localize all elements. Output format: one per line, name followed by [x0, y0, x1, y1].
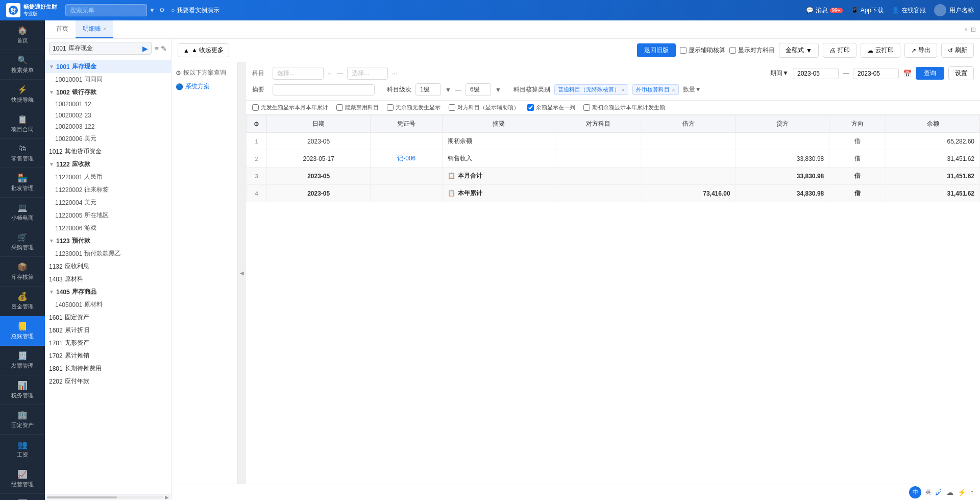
period-to-input[interactable] [853, 68, 899, 79]
message-action[interactable]: 💬 消息 99+ [806, 6, 843, 15]
tree-node-1701[interactable]: 1701 无形资产 [45, 337, 171, 349]
tree-node-11220001[interactable]: 11220001 人民币 [45, 171, 171, 183]
sidebar-item-payroll[interactable]: 👥 工资 [0, 435, 45, 464]
tree-node-1002[interactable]: ▼ 1002 银行存款 [45, 86, 171, 99]
tab-expand-icon[interactable]: ⊡ [971, 26, 976, 33]
query-panel-collapse[interactable]: ◀ [238, 62, 246, 484]
tree-node-10010001[interactable]: 10010001 同同同 [45, 73, 171, 86]
tree-node-11220005[interactable]: 11220005 所在地区 [45, 209, 171, 222]
tree-node-10020003[interactable]: 10020003 122 [45, 121, 171, 132]
tree-tool-list-icon[interactable]: ≡ [155, 44, 159, 53]
tree-node-1801[interactable]: 1801 长期待摊费用 [45, 362, 171, 375]
period-calendar-icon[interactable]: 📅 [903, 69, 912, 78]
tree-node-10020002[interactable]: 10020002 23 [45, 110, 171, 121]
chk-show-opposite-input[interactable] [449, 104, 455, 111]
tree-node-1601[interactable]: 1601 固定资产 [45, 311, 171, 324]
tree-node-14050001[interactable]: 14050001 原材料 [45, 298, 171, 311]
chk-hide-disabled-input[interactable] [336, 104, 343, 111]
sidebar-item-inventory[interactable]: 📦 库存核算 [0, 257, 45, 287]
scroll-arrow-right[interactable]: ▶ [165, 494, 169, 500]
user-profile[interactable]: 用户名称 [934, 4, 974, 16]
summary-input[interactable] [273, 84, 375, 96]
filter-tag-foreign-close[interactable]: × [672, 87, 675, 93]
tree-tool-edit-icon[interactable]: ✎ [161, 44, 167, 53]
subject-to-input[interactable]: 选择... [347, 67, 388, 80]
sidebar-item-search-menu[interactable]: 🔍 搜索菜单 [0, 50, 45, 80]
cloud-sync-icon[interactable]: ☁ [946, 488, 953, 496]
upload-icon[interactable]: ↑ [970, 488, 974, 496]
query-btn[interactable]: 查询 [916, 67, 944, 80]
lang-cn-btn[interactable]: 中 [909, 486, 921, 498]
sidebar-item-retail[interactable]: 🛍 零售管理 [0, 139, 45, 168]
tree-node-1702[interactable]: 1702 累计摊销 [45, 349, 171, 362]
subject-input[interactable]: 选择... [273, 67, 324, 80]
tree-node-11220004[interactable]: 11220004 美元 [45, 196, 171, 209]
checkbox-aux-calc-input[interactable] [680, 47, 687, 54]
top-search-input[interactable] [65, 4, 147, 16]
lang-en-btn[interactable]: 英 [925, 488, 931, 496]
tab-home[interactable]: 首页 [49, 20, 76, 38]
tree-node-1405[interactable]: ▼ 1405 库存商品 [45, 285, 171, 298]
filter-tag-normal-close[interactable]: × [622, 87, 625, 93]
tree-node-1123[interactable]: ▼ 1123 预付款 [45, 234, 171, 247]
tree-node-1122[interactable]: ▼ 1122 应收款 [45, 158, 171, 171]
tab-detail-close[interactable]: × [103, 26, 106, 32]
sidebar-item-wholesale[interactable]: 🏪 批发管理 [0, 168, 45, 198]
sidebar-item-fixed-assets[interactable]: 🏢 固定资产 [0, 405, 45, 435]
expand-more-btn[interactable]: ▲ ▲ 收起更多 [178, 43, 229, 57]
system-plan-item[interactable]: 🔵 系统方案 [172, 79, 237, 94]
demo-link[interactable]: ○ 我要看实例演示 [171, 6, 219, 15]
scrollbar-track[interactable] [47, 496, 164, 498]
chk-show-begin-input[interactable] [583, 104, 590, 111]
cloud-print-btn[interactable]: ☁ 云打印 [861, 43, 900, 58]
amount-format-btn[interactable]: 金额式 ▼ [779, 43, 819, 58]
tab-close-all-icon[interactable]: × [964, 26, 968, 33]
tab-detail[interactable]: 明细账 × [76, 20, 113, 38]
voucher-link-2[interactable]: 记-006 [397, 155, 415, 162]
refresh-btn[interactable]: ↺ 刷新 [941, 43, 974, 58]
quantity-dropdown[interactable]: 数量▼ [683, 85, 701, 94]
tree-node-11220002[interactable]: 11220002 往来标签 [45, 183, 171, 196]
scrollbar-thumb[interactable] [47, 496, 117, 498]
app-download-action[interactable]: 📱 App下载 [851, 6, 884, 15]
level-from-select[interactable]: 1级 [415, 83, 441, 96]
checkbox-opposite-input[interactable] [729, 47, 736, 54]
sidebar-item-home[interactable]: 🏠 首页 [0, 20, 45, 50]
tree-node-1001[interactable]: ▼ 1001 库存现金 [45, 60, 171, 73]
edit-icon[interactable]: 🖊 [935, 488, 942, 496]
tree-node-1132[interactable]: 1132 应收利息 [45, 260, 171, 273]
chk-no-balance-input[interactable] [387, 104, 394, 111]
sidebar-item-fund[interactable]: 💰 资金管理 [0, 287, 45, 316]
sidebar-item-purchase[interactable]: 🛒 采购管理 [0, 227, 45, 257]
search-dropdown-icon[interactable]: ▼ [149, 7, 155, 14]
tree-node-2202[interactable]: 2202 应付年款 [45, 375, 171, 388]
sidebar-item-ledger[interactable]: 📒 总账管理 [0, 316, 45, 346]
settings-btn[interactable]: 设置 [948, 66, 974, 80]
sidebar-item-quick-nav[interactable]: ⚡ 快捷导航 [0, 80, 45, 109]
print-btn[interactable]: 🖨 打印 [823, 43, 856, 58]
chk-balance-in-col-input[interactable] [527, 104, 534, 111]
tree-node-10020006[interactable]: 10020006 美元 [45, 132, 171, 145]
tree-node-1403[interactable]: 1403 原材料 [45, 273, 171, 285]
period-from-input[interactable] [793, 68, 839, 79]
tree-node-11220006[interactable]: 11220006 游戏 [45, 222, 171, 234]
sidebar-item-invoice[interactable]: 🧾 发票管理 [0, 346, 45, 375]
lightning-icon[interactable]: ⚡ [958, 488, 966, 496]
sidebar-item-tax[interactable]: 📊 税务管理 [0, 375, 45, 405]
col-settings[interactable]: ⚙ [247, 115, 267, 133]
export-btn[interactable]: ↗ 导出 [904, 43, 937, 58]
sidebar-item-ecommerce[interactable]: 💻 小畅电商 [0, 198, 45, 227]
online-service-action[interactable]: 👤 在线客服 [892, 6, 926, 15]
chk-no-occur-input[interactable] [252, 104, 259, 111]
tree-node-10020001[interactable]: 10020001 12 [45, 99, 171, 110]
tree-node-11230001[interactable]: 11230001 预付款款黑乙 [45, 247, 171, 260]
level-to-select[interactable]: 6级 [465, 83, 491, 96]
return-old-btn[interactable]: 退回旧版 [637, 43, 676, 57]
tree-node-1602[interactable]: 1602 累计折旧 [45, 324, 171, 337]
sidebar-item-operations[interactable]: 📈 经营管理 [0, 464, 45, 494]
account-selector[interactable]: 1001 库存现金 ▶ [49, 42, 152, 55]
tree-node-1012[interactable]: 1012 其他货币资金 [45, 145, 171, 158]
sidebar-item-sales-report[interactable]: 📉 小畅报销 [0, 494, 45, 500]
sidebar-item-project[interactable]: 📋 项目合同 [0, 109, 45, 139]
settings-icon[interactable]: ⚙ [159, 7, 165, 14]
